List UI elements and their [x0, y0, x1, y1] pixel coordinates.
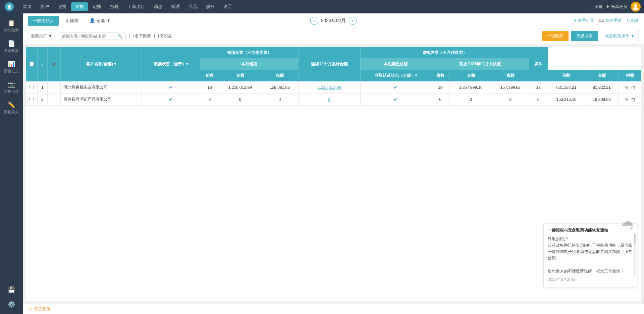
prev-date-btn[interactable]: ‹	[310, 17, 318, 25]
sidebar-item-scan-upload[interactable]: 📷 扫描上传	[1, 78, 21, 97]
staff-select-icon: ▼	[48, 34, 52, 39]
status-text: 税务政策	[34, 307, 50, 311]
user-avatar[interactable]	[631, 2, 641, 12]
account-checkbox[interactable]	[129, 34, 133, 38]
row-action: ✎ ⊡	[619, 93, 641, 106]
tax-disk-checkbox-label[interactable]: 有税盘	[154, 33, 172, 39]
tax-disk-checkbox[interactable]	[154, 34, 159, 38]
sidebar-item-issue-invoice[interactable]: 📄 发票开具	[1, 37, 21, 56]
no-disk-ops-dropdown-icon: ▼	[631, 34, 635, 39]
th-uncert-shares: 份数	[548, 70, 585, 81]
row-month-shares: 18	[200, 81, 219, 93]
row-month-shares: 0	[200, 93, 219, 106]
row-cert-amount: 0	[450, 93, 492, 106]
nav-service[interactable]: 服务	[202, 2, 219, 11]
sidebar-label-issue: 发票开具	[4, 48, 19, 53]
row-take-status: ✔	[142, 81, 200, 93]
th-customer: 客户名称(全部) ▾	[61, 47, 142, 81]
nav-settings[interactable]: 设置	[219, 2, 236, 11]
th-gear: ⚙	[47, 47, 60, 81]
nav-customer[interactable]: 客户	[36, 2, 53, 11]
sidebar-item-download[interactable]: 💾	[1, 284, 21, 296]
row-take-status: ✔	[142, 93, 200, 106]
sidebar-item-invoice-entry[interactable]: ✏️ 票据录入	[1, 99, 21, 117]
th-uncertified: 截止2023年03月未认证	[431, 59, 529, 70]
refresh-btn[interactable]: ↻ 刷新	[627, 18, 639, 23]
row-month-tax: 0	[261, 93, 299, 106]
row-checkbox[interactable]	[30, 85, 34, 89]
table-row: 2 灵寿县尚泽矿产品有限公司 ✔ 0 0 0 0 ✔ 0 0 0 6 153,2…	[26, 93, 641, 106]
nav-manage[interactable]: 管理	[167, 2, 184, 11]
table-row: 1 河北柯睿桩实业有限公司 ✔ 18 1,216,013.99 158,081.…	[26, 81, 641, 93]
th-index: #	[38, 47, 48, 81]
person-icon: 👤	[90, 18, 95, 23]
sub-tabs-bar: 一般纳税人 小规模 👤 全能 ▼ ‹ 2023年02月 › ⊕ 新手引导 📖 操…	[23, 13, 644, 28]
nav-invoice[interactable]: 票据	[71, 2, 88, 11]
new-guide-btn[interactable]: ⊕ 新手引导	[574, 18, 594, 23]
invoice-entry-icon: ✏️	[8, 101, 15, 109]
select-all-checkbox[interactable]	[30, 62, 34, 66]
nav-bookkeeping[interactable]: 记账	[89, 2, 105, 11]
row-index: 2	[38, 93, 48, 106]
manual-btn[interactable]: 📖 操作手册	[599, 18, 621, 23]
invoice-table: # ⚙ 客户名称(全部) ▾ 取票状态（全部）▾ 销项发票（不含作废票） 连续1…	[25, 47, 641, 106]
sidebar-item-help[interactable]: ⚙️	[1, 298, 21, 311]
row-action: ✎ ⊡	[619, 81, 641, 93]
notification-greeting: 尊敬的用户：	[548, 237, 572, 241]
row-checkbox[interactable]	[30, 97, 34, 101]
next-date-btn[interactable]: ›	[348, 17, 357, 25]
sidebar-label-summary: 票据汇总	[4, 69, 19, 74]
sidebar-item-smart-invoice[interactable]: 📋 智能取票	[1, 17, 21, 36]
nav-fee[interactable]: 收费	[54, 2, 70, 11]
nav-message[interactable]: 消息	[150, 2, 166, 11]
tab-small-scale[interactable]: 小规模	[61, 16, 83, 26]
row-uncert-tax: 19,808.63	[585, 93, 619, 106]
th-purchase-invoice-group: 进项发票（不含作废票）	[360, 47, 529, 59]
row-cert-tax: 0	[492, 93, 529, 106]
edit-icon[interactable]: ✎	[625, 97, 629, 102]
fullscreen-btn[interactable]: ⛶ 全屏	[589, 4, 602, 10]
th-month-sales: 本月销项	[200, 59, 298, 70]
nav-operation[interactable]: 经营	[184, 2, 201, 11]
tab-all-capable[interactable]: 👤 全能 ▼	[85, 16, 115, 26]
th-uncert-tax: 税额	[619, 70, 641, 81]
notification-apology: 给您带来的不便敬请谅解，祝您工作愉快！	[548, 269, 624, 273]
row-month-tax: 158,081.83	[261, 81, 299, 93]
tab-general-taxpayer[interactable]: 一般纳税人	[28, 16, 59, 26]
edit-icon[interactable]: ✎	[625, 85, 629, 90]
member-btn[interactable]: ▶ 畅享会员	[606, 4, 627, 10]
one-click-btn[interactable]: 一键取票	[542, 31, 569, 41]
sidebar-label-entry: 票据录入	[4, 110, 19, 115]
th-take-status: 取票状态（全部）▾	[142, 47, 200, 81]
account-checkbox-label[interactable]: 名下账套	[129, 33, 151, 39]
row-uncert-tax: 81,822.21	[585, 81, 619, 93]
sidebar-label-smart: 智能取票	[4, 28, 19, 33]
th-cumulative: 连续12个月累计金额	[298, 47, 360, 81]
date-navigator: ‹ 2023年02月 ›	[310, 17, 357, 25]
row-uncert-shares: 6	[529, 93, 548, 106]
nav-tax[interactable]: 报税	[106, 2, 123, 11]
svg-point-2	[633, 7, 638, 10]
row-cert-amount: 1,357,999.10	[450, 81, 492, 93]
no-disk-btn[interactable]: 无盘取票	[571, 31, 598, 41]
row-month-amount: 1,216,013.99	[219, 81, 261, 93]
th-cert-status: 获取认证状态（全部）▾	[360, 70, 431, 81]
nav-business[interactable]: 工商项目	[123, 2, 149, 11]
gear-icon[interactable]: ⚙	[52, 62, 56, 67]
view-icon[interactable]: ⊡	[631, 97, 635, 102]
th-cert-tax: 税额	[492, 70, 529, 81]
view-icon[interactable]: ⊡	[631, 85, 635, 90]
no-disk-ops-btn[interactable]: 无盘取票操作 ▼	[601, 31, 639, 41]
scrollbar-thumb[interactable]	[634, 234, 636, 244]
smart-invoice-icon: 📋	[8, 19, 15, 27]
status-icon: ⊙	[29, 307, 32, 311]
nav-home[interactable]: 首页	[19, 2, 36, 11]
status-bar[interactable]: ⊙ 税务政策	[23, 304, 644, 314]
search-icon[interactable]: 🔍	[118, 34, 123, 39]
dropdown-icon: ▼	[106, 18, 111, 23]
toolbar: 全部员工 ▼ 🔍 名下账套 有税盘 一键取票 无盘取票 无盘取票操作 ▼	[23, 28, 644, 44]
sidebar-item-invoice-summary[interactable]: 📊 票据汇总	[1, 58, 21, 76]
search-input[interactable]	[62, 34, 116, 39]
staff-select[interactable]: 全部员工 ▼	[28, 32, 55, 40]
sidebar-label-scan: 扫描上传	[4, 89, 19, 94]
